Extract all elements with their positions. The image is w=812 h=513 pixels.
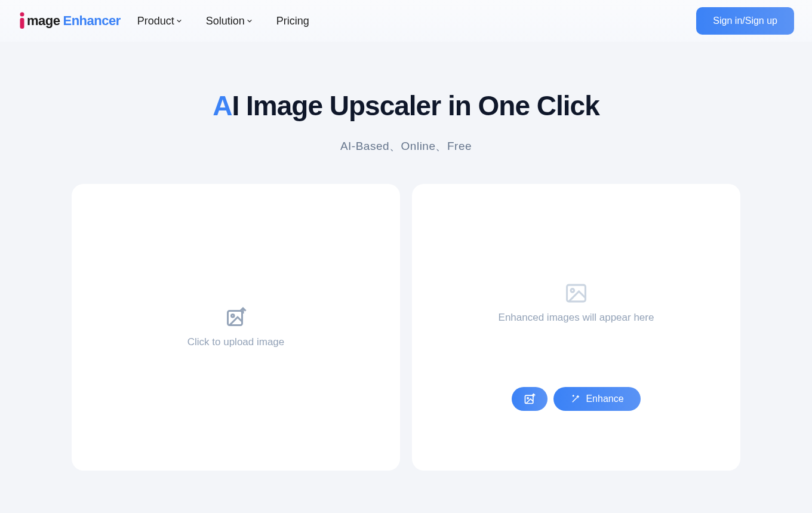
logo-text-mage: mage [27, 13, 60, 29]
panels: Click to upload image Enhanced images wi… [0, 178, 812, 506]
hero-subtitle: AI-Based、Online、Free [12, 139, 800, 154]
nav: Product Solution Pricing [137, 15, 309, 27]
upload-placeholder: Click to upload image [187, 306, 285, 348]
image-upload-icon [225, 306, 247, 328]
enhance-button[interactable]: Enhance [553, 387, 640, 411]
section2: Try our AI Image Enhancer to Witness Eve… [0, 506, 812, 513]
nav-pricing-label: Pricing [276, 15, 309, 27]
upload-placeholder-text: Click to upload image [187, 336, 285, 348]
hero-title: AI Image Upscaler in One Click [12, 90, 800, 122]
svg-point-3 [232, 315, 235, 318]
hero: AI Image Upscaler in One Click AI-Based、… [0, 42, 812, 178]
svg-rect-2 [228, 311, 242, 325]
image-upload-icon [524, 393, 536, 405]
logo[interactable]: mage Enhancer [18, 12, 121, 30]
header: mage Enhancer Product Solution Pricing S… [0, 0, 812, 42]
action-row: Enhance [412, 387, 740, 411]
nav-solution-label: Solution [206, 15, 245, 27]
image-placeholder-icon [565, 283, 588, 303]
logo-text-enhancer: Enhancer [63, 13, 120, 29]
logo-i-icon [18, 12, 26, 30]
svg-point-0 [20, 13, 24, 17]
svg-point-8 [527, 398, 528, 399]
nav-product[interactable]: Product [137, 15, 182, 27]
upload-panel[interactable]: Click to upload image [72, 184, 400, 471]
svg-point-6 [571, 289, 574, 293]
svg-rect-1 [20, 18, 24, 29]
nav-product-label: Product [137, 15, 174, 27]
chevron-down-icon [176, 18, 182, 24]
svg-line-10 [573, 398, 577, 403]
svg-rect-7 [525, 395, 533, 403]
header-left: mage Enhancer Product Solution Pricing [18, 12, 309, 30]
signin-button[interactable]: Sign in/Sign up [696, 7, 794, 35]
hero-title-accent: A [213, 90, 232, 121]
result-placeholder: Enhanced images will appear here [499, 283, 654, 324]
result-placeholder-text: Enhanced images will appear here [499, 312, 654, 324]
chevron-down-icon [247, 18, 253, 24]
nav-solution[interactable]: Solution [206, 15, 253, 27]
result-panel: Enhanced images will appear here [412, 184, 740, 471]
enhance-button-label: Enhance [586, 394, 623, 404]
nav-pricing[interactable]: Pricing [276, 15, 309, 27]
upload-icon-button[interactable] [512, 387, 548, 411]
magic-wand-icon [570, 394, 581, 404]
hero-title-rest: I Image Upscaler in One Click [232, 90, 599, 121]
